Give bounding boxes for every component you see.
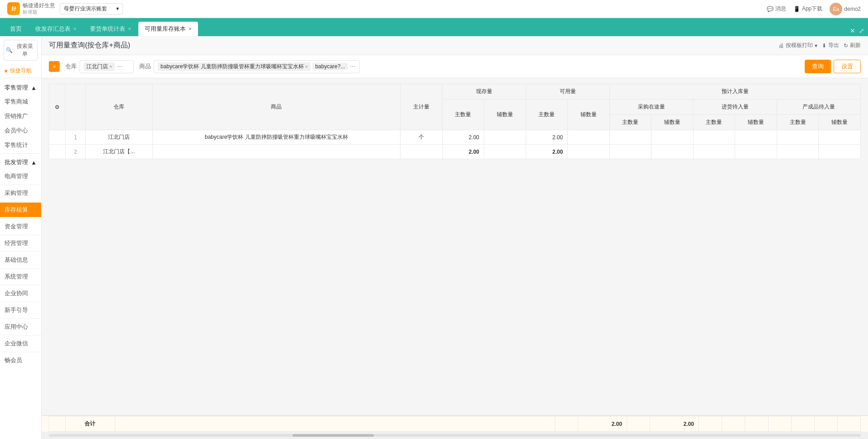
- more-icon[interactable]: ···: [117, 62, 123, 71]
- expand-filter-button[interactable]: »: [49, 61, 60, 72]
- app-sub: 标准版: [23, 9, 55, 15]
- sidebar-item-member[interactable]: 会员中心: [0, 123, 41, 138]
- row2-production-aux: [819, 145, 861, 159]
- industry-selector[interactable]: 母婴行业演示账套 ▾: [60, 3, 123, 14]
- remove-product-1-icon[interactable]: ×: [305, 64, 308, 69]
- sidebar-group-retail: 零售管理 ▲ 零售商城 营销推广 会员中心 零售统计: [0, 80, 41, 152]
- message-icon: 💬: [767, 6, 774, 12]
- tab-receive[interactable]: 收发存汇总表 ×: [29, 22, 83, 36]
- horizontal-scrollbar[interactable]: [42, 432, 868, 439]
- app-name: 畅捷通好生意: [23, 2, 55, 9]
- row1-product: babycare学饮杯 儿童防摔防撞吸管杯重力球吸嘴杯宝宝水杯: [152, 130, 400, 145]
- warehouse-input[interactable]: 江北门店 × ···: [80, 60, 134, 73]
- tab-available[interactable]: 可用量库存账本 ×: [138, 22, 198, 36]
- table-seq-col: [66, 84, 86, 130]
- table-row: 2 江北门店【... 2.00 2.00: [49, 145, 861, 159]
- close-window-icon[interactable]: ✕: [850, 27, 855, 34]
- sidebar-item-enterprise[interactable]: 企业协同: [0, 286, 41, 301]
- template-print-button[interactable]: 🖨 按模板打印 ▾: [778, 42, 817, 49]
- row1-purchase-main: [609, 130, 651, 145]
- table-purchase-transit-col: 采购在途量: [609, 99, 693, 115]
- col-purchase-main: 主数量: [609, 115, 651, 130]
- refresh-icon: ↻: [844, 42, 848, 49]
- star-icon: ★: [4, 68, 9, 74]
- avatar: Ea: [830, 3, 842, 15]
- quick-nav-button[interactable]: ★ 快捷导航: [0, 64, 41, 78]
- sidebar-item-purchase[interactable]: 采购管理: [0, 186, 41, 200]
- refresh-button[interactable]: ↻ 刷新: [844, 42, 861, 49]
- close-icon[interactable]: ×: [128, 26, 131, 32]
- chevron-down-icon: ▾: [815, 42, 817, 49]
- chevron-icon: ▲: [31, 85, 37, 91]
- table-available-col: 可用量: [526, 84, 609, 99]
- row2-unit: [400, 145, 442, 159]
- sidebar: 🔍 搜索菜单 ★ 快捷导航 零售管理 ▲ 零售商城 营销推广 会员中心 零售统计…: [0, 36, 42, 439]
- row2-incoming-main: [693, 145, 735, 159]
- sidebar-divider-12: [0, 335, 41, 335]
- sidebar-divider-13: [0, 352, 41, 352]
- sidebar-item-app-center[interactable]: 应用中心: [0, 320, 41, 334]
- row2-purchase-aux: [651, 145, 693, 159]
- sidebar-group-retail-title[interactable]: 零售管理 ▲: [0, 80, 41, 94]
- message-action[interactable]: 💬 消息: [767, 5, 786, 13]
- table-footer: 合计 2.00 2.00: [42, 415, 868, 432]
- row1-warehouse: 江北门店: [85, 130, 152, 145]
- close-icon[interactable]: ×: [189, 26, 192, 32]
- table-avail-main-col: 主数量: [526, 99, 568, 130]
- sidebar-divider-10: [0, 302, 41, 302]
- tab-order[interactable]: 要货单统计表 ×: [84, 22, 137, 36]
- sidebar-item-basic[interactable]: 基础信息: [0, 253, 41, 267]
- app-logo: 好: [7, 2, 20, 15]
- sidebar-group-wholesale-title[interactable]: 批发管理 ▲: [0, 155, 41, 169]
- row1-stock-main: 2.00: [442, 130, 484, 145]
- scroll-thumb[interactable]: [292, 434, 374, 437]
- sidebar-item-changhui[interactable]: 畅会员: [0, 353, 41, 368]
- export-button[interactable]: ⬇ 导出: [822, 42, 839, 49]
- sidebar-item-finance[interactable]: 资金管理: [0, 219, 41, 234]
- setting-button[interactable]: 设置: [834, 60, 861, 73]
- table-warehouse-col: 仓库: [85, 84, 152, 130]
- sidebar-item-marketing[interactable]: 营销推广: [0, 109, 41, 123]
- expand-icon[interactable]: ⤢: [859, 27, 864, 34]
- table-product-col: 商品: [152, 84, 400, 130]
- table-stock-aux-col: 辅数量: [484, 99, 526, 130]
- tab-home-label: 首页: [10, 25, 22, 33]
- sidebar-item-business[interactable]: 经营管理: [0, 236, 41, 250]
- search-menu-button[interactable]: 🔍 搜索菜单: [4, 40, 38, 61]
- logo-text-group: 畅捷通好生意 标准版: [23, 2, 55, 15]
- query-button[interactable]: 查询: [805, 60, 831, 73]
- remove-warehouse-icon[interactable]: ×: [109, 64, 112, 69]
- app-download-action[interactable]: 📱 App下载: [793, 5, 822, 13]
- sidebar-item-retail-mall[interactable]: 零售商城: [0, 94, 41, 109]
- scroll-track: [49, 434, 861, 437]
- sidebar-divider-6: [0, 235, 41, 235]
- tab-home[interactable]: 首页: [4, 22, 28, 36]
- col-purchase-aux: 辅数量: [651, 115, 693, 130]
- top-bar-right: 💬 消息 📱 App下载 Ea demo2: [767, 3, 861, 15]
- table-stock-main-col: 主数量: [442, 99, 484, 130]
- product-input[interactable]: babycare学饮杯 儿童防摔防撞吸管杯重力球吸嘴杯宝宝水杯 × babyca…: [154, 60, 360, 73]
- sidebar-divider-5: [0, 218, 41, 218]
- top-bar: 好 畅捷通好生意 标准版 母婴行业演示账套 ▾ 💬 消息 📱 App下载 Ea …: [0, 0, 868, 18]
- close-icon[interactable]: ×: [73, 26, 76, 32]
- user-profile[interactable]: Ea demo2: [830, 3, 861, 15]
- sidebar-item-newbie[interactable]: 新手引导: [0, 303, 41, 317]
- content-area: 可用量查询(按仓库+商品) 🖨 按模板打印 ▾ ⬇ 导出 ↻ 刷新: [42, 36, 868, 439]
- mobile-icon: 📱: [793, 6, 800, 12]
- sidebar-item-system[interactable]: 系统管理: [0, 269, 41, 284]
- sidebar-item-inventory[interactable]: 库存核算: [0, 203, 41, 217]
- more-icon[interactable]: ···: [349, 62, 355, 71]
- sidebar-item-ecommerce[interactable]: 电商管理: [0, 169, 41, 184]
- sidebar-divider: [0, 79, 41, 79]
- sidebar-divider-3: [0, 184, 41, 185]
- table-row: 1 江北门店 babycare学饮杯 儿童防摔防撞吸管杯重力球吸嘴杯宝宝水杯 个…: [49, 130, 861, 145]
- sidebar-item-wechat[interactable]: 企业微信: [0, 336, 41, 351]
- table-settings-col[interactable]: ⚙: [49, 84, 66, 130]
- col-incoming-aux: 辅数量: [735, 115, 777, 130]
- table-incoming-col-h: 进货待入量: [693, 99, 777, 115]
- sidebar-item-retail-stats[interactable]: 零售统计: [0, 138, 41, 152]
- row1-purchase-aux: [651, 130, 693, 145]
- sidebar-divider-8: [0, 268, 41, 269]
- page-actions: 🖨 按模板打印 ▾ ⬇ 导出 ↻ 刷新: [778, 42, 861, 49]
- page-header: 可用量查询(按仓库+商品) 🖨 按模板打印 ▾ ⬇ 导出 ↻ 刷新: [42, 36, 868, 55]
